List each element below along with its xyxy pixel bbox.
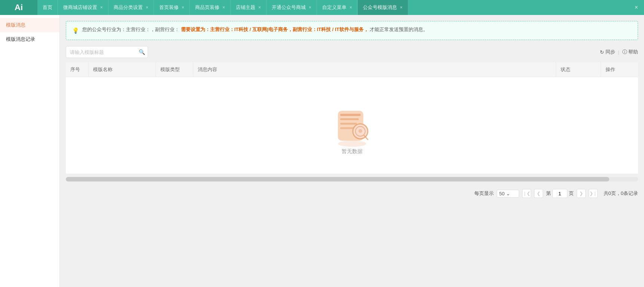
tab-商品页装修[interactable]: 商品页装修×: [190, 0, 231, 15]
svg-rect-4: [340, 123, 357, 125]
tab-店铺主题[interactable]: 店铺主题×: [231, 0, 266, 15]
empty-state: 暂无数据: [70, 81, 634, 170]
notice-text: 您的公众号行业为：主营行业：，副营行业： 需要设置为：主营行业：IT科技 / 互…: [82, 26, 428, 34]
empty-text: 暂无数据: [342, 148, 363, 155]
tab-close-icon[interactable]: ×: [309, 5, 311, 10]
sidebar: 模版消息模版消息记录: [0, 15, 60, 287]
col-header-消息内容: 消息内容: [193, 62, 556, 77]
tab-公众号模版消息[interactable]: 公众号模版消息×: [358, 0, 408, 15]
svg-rect-2: [340, 114, 361, 116]
tab-close-icon[interactable]: ×: [258, 5, 261, 10]
notice-box: 💡 您的公众号行业为：主营行业：，副营行业： 需要设置为：主营行业：IT科技 /…: [66, 21, 638, 40]
tab-label: 商品分类设置: [114, 4, 143, 11]
notice-highlight: 需要设置为：主营行业：IT科技 / 互联网|电子商务，副营行业：IT科技 / I…: [181, 27, 369, 32]
empty-illustration: [330, 103, 375, 148]
divider: |: [618, 49, 619, 55]
light-bulb-icon: 💡: [72, 26, 79, 35]
top-nav: Ai 首页微商城店铺设置×商品分类设置×首页装修×商品页装修×店铺主题×开通公众…: [0, 0, 644, 15]
question-icon: ⓘ: [622, 49, 627, 55]
tab-label: 自定义菜单: [322, 4, 346, 11]
table-header-row: 序号模版名称模版类型消息内容状态操作: [66, 62, 638, 77]
brand-logo: Ai: [0, 0, 37, 15]
col-header-模版名称: 模版名称: [88, 62, 155, 77]
tab-close-icon[interactable]: ×: [146, 5, 148, 10]
tab-首页[interactable]: 首页: [37, 0, 58, 15]
search-input[interactable]: [66, 46, 148, 58]
tab-开通公众号商城[interactable]: 开通公众号商城×: [266, 0, 317, 15]
tab-首页装修[interactable]: 首页装修×: [154, 0, 190, 15]
chevron-down-icon: ⌄: [506, 191, 510, 196]
search-icon[interactable]: 🔍: [139, 49, 145, 55]
help-label: 帮助: [628, 49, 638, 55]
tab-label: 首页装修: [159, 4, 179, 11]
svg-point-9: [358, 129, 362, 133]
tab-bar: 首页微商城店铺设置×商品分类设置×首页装修×商品页装修×店铺主题×开通公众号商城…: [37, 0, 629, 15]
tab-商品分类设置[interactable]: 商品分类设置×: [108, 0, 154, 15]
close-all-button[interactable]: ×: [629, 4, 644, 11]
page-input-wrap: 第 页: [546, 189, 574, 198]
first-page-button[interactable]: ❘❮: [522, 189, 531, 198]
tab-label: 微商城店铺设置: [63, 4, 97, 11]
tab-close-icon[interactable]: ×: [222, 5, 225, 10]
tab-label: 商品页装修: [195, 4, 219, 11]
tab-close-icon[interactable]: ×: [100, 5, 103, 10]
sidebar-item-模版消息[interactable]: 模版消息: [0, 18, 59, 32]
page-size-value: 50: [499, 191, 505, 196]
scrollbar-thumb: [66, 177, 609, 181]
sidebar-item-模版消息记录[interactable]: 模版消息记录: [0, 32, 59, 46]
page-size-select[interactable]: 50 ⌄: [497, 190, 519, 198]
table-body: 暂无数据: [66, 77, 638, 174]
sync-button[interactable]: ↻ 同步: [600, 49, 615, 55]
search-bar: 🔍 ↻ 同步 | ⓘ 帮助: [66, 46, 638, 58]
col-header-操作: 操作: [601, 62, 638, 77]
page-size-label: 每页显示: [474, 190, 494, 197]
help-button[interactable]: ⓘ 帮助: [622, 49, 638, 55]
tab-close-icon[interactable]: ×: [182, 5, 184, 10]
tab-自定义菜单[interactable]: 自定义菜单×: [317, 0, 358, 15]
tab-微商城店铺设置[interactable]: 微商城店铺设置×: [58, 0, 108, 15]
last-page-button[interactable]: ❯❘: [589, 189, 598, 198]
svg-rect-3: [340, 118, 359, 120]
empty-state-cell: 暂无数据: [66, 77, 638, 174]
sync-help-area: ↻ 同步 | ⓘ 帮助: [600, 49, 638, 55]
page-before-label: 第: [546, 190, 551, 197]
sync-label: 同步: [606, 49, 615, 55]
tab-close-icon[interactable]: ×: [349, 5, 352, 10]
page-after-label: 页: [569, 190, 574, 197]
next-page-button[interactable]: ❯: [577, 189, 586, 198]
page-number-input[interactable]: [552, 189, 567, 198]
data-table: 序号模版名称模版类型消息内容状态操作 暂无数据: [66, 62, 638, 174]
col-header-模版类型: 模版类型: [155, 62, 193, 77]
horizontal-scrollbar[interactable]: [66, 177, 638, 181]
tab-label: 开通公众号商城: [272, 4, 306, 11]
pagination: 每页显示 50 ⌄ ❘❮ ❮ 第 页 ❯ ❯❘ 共0页，0条记录: [66, 184, 638, 199]
refresh-icon: ↻: [600, 49, 604, 55]
col-header-状态: 状态: [556, 62, 601, 77]
search-input-wrap: 🔍: [66, 46, 148, 58]
col-header-序号: 序号: [66, 62, 88, 77]
tab-label: 首页: [43, 4, 52, 11]
main-layout: 模版消息模版消息记录 💡 您的公众号行业为：主营行业：，副营行业： 需要设置为：…: [0, 15, 644, 287]
tab-label: 公众号模版消息: [363, 4, 397, 11]
tab-label: 店铺主题: [236, 4, 255, 11]
tab-close-icon[interactable]: ×: [400, 5, 403, 10]
prev-page-button[interactable]: ❮: [534, 189, 543, 198]
content-area: 💡 您的公众号行业为：主营行业：，副营行业： 需要设置为：主营行业：IT科技 /…: [60, 15, 644, 287]
svg-point-0: [338, 141, 366, 147]
total-records-label: 共0页，0条记录: [604, 190, 638, 197]
